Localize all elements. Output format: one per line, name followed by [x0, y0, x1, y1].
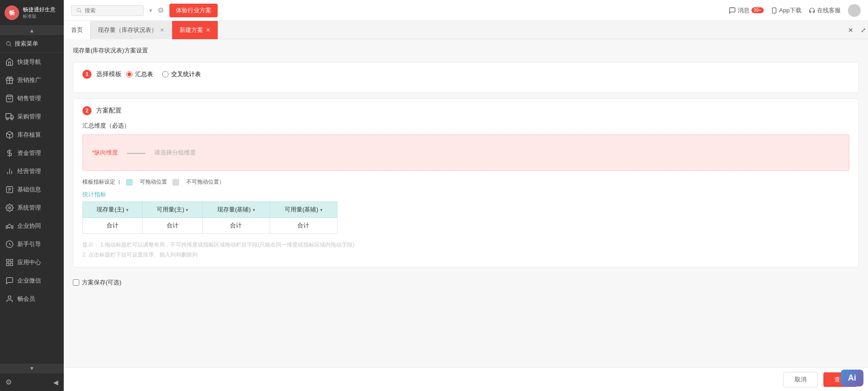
cell-0-sub: 合计: [83, 218, 143, 234]
sidebar-item-finance[interactable]: 资金管理: [0, 144, 64, 162]
sidebar-scroll-up[interactable]: ▲: [0, 26, 64, 35]
tab-new-scheme[interactable]: 新建方案 ✕: [172, 21, 218, 39]
collapse-icon[interactable]: ◀: [53, 379, 58, 386]
page-title: 现存量(库存状况表)方案设置: [73, 46, 859, 55]
topbar-settings-icon[interactable]: ⚙: [158, 6, 164, 15]
sidebar-item-system[interactable]: 系统管理: [0, 199, 64, 217]
sidebar-item-purchase[interactable]: 采购管理: [0, 108, 64, 126]
chart-icon: [5, 167, 14, 175]
gear-icon: [5, 204, 14, 212]
svg-rect-22: [6, 259, 9, 262]
window-expand-btn[interactable]: ⤢: [859, 26, 868, 35]
sidebar-item-inventory[interactable]: 库存核算: [0, 126, 64, 144]
svg-rect-25: [10, 263, 13, 266]
truck-icon: [5, 113, 14, 121]
sidebar-item-enterprise-wechat[interactable]: 企业微信: [0, 272, 64, 290]
dimension-required-text: *纵向维度: [92, 149, 118, 157]
section1-header: 1 选择模板 汇总表 交叉统计表: [82, 70, 849, 79]
sidebar-item-basic-info[interactable]: 基础信息: [0, 180, 64, 199]
tips-section: 提示： 1.拖动标题栏可以调整布局，不可跨维度或指标区域拖动栏目字段(只能在同一…: [82, 240, 849, 260]
sidebar-item-app-center[interactable]: 应用中心: [0, 253, 64, 272]
window-close-btn[interactable]: ✕: [846, 26, 855, 35]
sidebar-footer: ⚙ ◀: [0, 373, 64, 391]
phone-icon: [771, 7, 777, 14]
table-row-subtotal: 合计 合计 合计 合计: [83, 218, 337, 234]
topbar-online-service[interactable]: 在线客服: [809, 6, 841, 15]
chevron-0: ▾: [126, 207, 128, 212]
topbar-avatar[interactable]: [848, 4, 861, 17]
topbar-right: 消息 99+ App下载 在线客服: [729, 4, 861, 17]
topbar-search-input[interactable]: [85, 7, 121, 14]
chevron-1: ▾: [186, 207, 188, 212]
sidebar-item-sales[interactable]: 销售管理: [0, 89, 64, 108]
tabbar: 首页 现存量（库存状况表） ✕ 新建方案 ✕ ✕ ⤢: [64, 21, 868, 39]
topbar-search-box[interactable]: [71, 5, 144, 16]
tab-home[interactable]: 首页: [64, 21, 91, 39]
svg-rect-23: [10, 259, 13, 262]
sidebar-item-member[interactable]: 畅会员: [0, 290, 64, 308]
handshake-icon: [5, 222, 14, 230]
sidebar-item-cooperation[interactable]: 企业协同: [0, 217, 64, 235]
topbar-dropdown-icon[interactable]: ▾: [149, 7, 152, 14]
section2-header: 2 方案配置: [82, 106, 849, 115]
sidebar: 畅 畅捷通好生意 标准版 ▲ 搜索菜单 快捷导航 营销推广 销售管理 采购管理: [0, 0, 64, 391]
home-icon: [5, 58, 14, 66]
tab-new-scheme-close[interactable]: ✕: [206, 27, 210, 33]
sidebar-item-marketing[interactable]: 营销推广: [0, 71, 64, 89]
save-checkbox-label[interactable]: 方案保存(可选): [73, 278, 122, 287]
sidebar-item-new-guide[interactable]: 新手引导: [0, 235, 64, 253]
svg-marker-6: [11, 115, 13, 118]
member-icon: [5, 295, 14, 303]
dollar-icon: [5, 149, 14, 157]
sidebar-item-quick-nav[interactable]: 快捷导航: [0, 53, 64, 71]
sidebar-item-operation[interactable]: 经营管理: [0, 162, 64, 180]
footer-bar: 取消 查询: [64, 367, 868, 391]
section2-title: 方案配置: [96, 107, 122, 115]
save-row: 方案保存(可选): [73, 273, 859, 292]
col-header-0[interactable]: 现存量(主) ▾: [83, 202, 143, 218]
tab-inventory-close[interactable]: ✕: [160, 27, 164, 33]
sidebar-nav: 快捷导航 营销推广 销售管理 采购管理 库存核算 资金管理 经营管理 基础信息: [0, 53, 64, 364]
cell-1-sub: 合计: [143, 218, 202, 234]
col-header-1[interactable]: 可用量(主) ▾: [143, 202, 202, 218]
section1-number: 1: [82, 70, 92, 79]
cell-2-sub: 合计: [202, 218, 270, 234]
cancel-button[interactable]: 取消: [783, 372, 818, 387]
settings-icon[interactable]: ⚙: [5, 378, 12, 386]
sidebar-search[interactable]: 搜索菜单: [0, 35, 64, 53]
ai-badge[interactable]: Ai: [841, 370, 863, 386]
dimension-box[interactable]: *纵向维度 —— 请选择分组维度: [82, 134, 849, 171]
box-icon: [5, 131, 14, 139]
svg-line-1: [10, 45, 11, 46]
wechat-icon: [5, 277, 14, 285]
col-header-2[interactable]: 现存量(基辅) ▾: [202, 202, 270, 218]
sidebar-scroll-down[interactable]: ▼: [0, 364, 64, 373]
tab-inventory-status[interactable]: 现存量（库存状况表） ✕: [91, 21, 172, 39]
topbar-app-download[interactable]: App下载: [771, 6, 802, 15]
guide-icon: [5, 240, 14, 248]
cell-3-sub: 合计: [270, 218, 337, 234]
svg-rect-20: [12, 226, 13, 228]
radio-summary[interactable]: 汇总表: [126, 70, 153, 78]
radio-cross[interactable]: 交叉统计表: [162, 70, 201, 78]
dimension-arrow: ——: [127, 148, 145, 158]
bag-icon: [5, 94, 14, 103]
logo-text: 畅捷通好生意 标准版: [23, 6, 56, 20]
topbar-message[interactable]: 消息 99+: [729, 6, 764, 15]
save-checkbox-input[interactable]: [73, 279, 79, 286]
trial-btn[interactable]: 体验行业方案: [169, 4, 218, 17]
svg-point-26: [8, 296, 11, 298]
stats-section: 统计指标 现存量(主) ▾ 可用量: [82, 190, 849, 234]
draggable-indicator: [126, 179, 133, 185]
svg-rect-29: [772, 8, 776, 13]
topbar: ▾ ⚙ 体验行业方案 消息 99+ App下载 在线客服: [64, 0, 868, 21]
non-draggable-indicator: [173, 179, 179, 185]
chevron-2: ▾: [253, 207, 255, 212]
tips-line2: 2. 点击标题栏下拉可设置排序、插入列和删除列: [82, 250, 849, 260]
main-area: ▾ ⚙ 体验行业方案 消息 99+ App下载 在线客服 首页 现存量（: [64, 0, 868, 391]
chevron-3: ▾: [320, 207, 322, 212]
dimension-placeholder: 请选择分组维度: [154, 149, 196, 157]
svg-point-18: [9, 207, 11, 209]
col-header-3[interactable]: 可用量(基辅) ▾: [270, 202, 337, 218]
logo-icon: 畅: [5, 5, 19, 20]
